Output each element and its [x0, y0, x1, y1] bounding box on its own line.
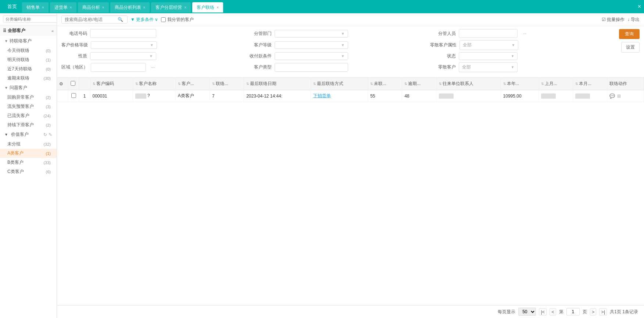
row-last-date: 2023-04-12 14:44: — [244, 90, 311, 102]
close-sales-tab[interactable]: × — [42, 6, 44, 10]
export-button[interactable]: ↓ 导出 — [627, 17, 640, 23]
col-header-this-month[interactable]: ⇅本月... — [573, 78, 607, 90]
col-header-last-month[interactable]: ⇅上月... — [539, 78, 573, 90]
sidebar-item-tomorrow[interactable]: 明天待联络 (1) — [0, 55, 57, 64]
filter-search-icon[interactable]: 🔍 — [118, 17, 123, 22]
close-customer-tier-tab[interactable]: × — [184, 6, 186, 10]
sidebar-item-overdue[interactable]: 逾期未联络 (30) — [0, 74, 57, 83]
col-header-this-year[interactable]: ⇅本年... — [501, 78, 539, 90]
col-header-contact-count[interactable]: ⇅联络... — [210, 78, 244, 90]
query-area: 查询 设置 — [615, 29, 640, 53]
settings-button[interactable]: 设置 — [621, 42, 640, 53]
close-purchase-tab[interactable]: × — [70, 6, 72, 10]
region-dots[interactable]: ··· — [149, 63, 157, 71]
pending-contact-group[interactable]: ▼ 待联络客户 — [0, 36, 57, 46]
retail-select[interactable]: 全部 ▼ — [459, 62, 518, 72]
row-last-method: 下销货单 — [311, 90, 368, 102]
chat-icon[interactable]: 💬 — [609, 93, 615, 99]
sidebar-item-c-class[interactable]: C类客户 (6) — [0, 167, 57, 176]
row-last-month — [539, 90, 573, 102]
page-input[interactable] — [566, 308, 580, 315]
qr-icon[interactable]: ⊞ — [617, 93, 621, 99]
nav-tab-analysis[interactable]: 商品分析 × — [78, 2, 109, 13]
nav-tab-purchase[interactable]: 进货单 × — [50, 2, 76, 13]
col-header-uncontacted[interactable]: ⇅未联... — [368, 78, 402, 90]
person-input[interactable] — [459, 29, 518, 38]
close-analysis-tab[interactable]: × — [102, 6, 104, 10]
col-header-overdue[interactable]: ⇅逾期... — [402, 78, 436, 90]
prev-page-button[interactable]: < — [550, 308, 556, 315]
window-close-button[interactable]: × — [638, 3, 641, 10]
nature-select[interactable]: ▼ — [90, 52, 156, 60]
sort-icon: ⇅ — [93, 82, 96, 86]
customer-level-select[interactable]: ▼ — [275, 41, 348, 49]
retail-attr-select[interactable]: 全部 ▼ — [459, 40, 518, 50]
region-input[interactable] — [91, 63, 146, 72]
filter-search-input[interactable] — [65, 17, 116, 22]
row-gear — [57, 90, 68, 102]
sidebar-item-repurchase[interactable]: 回购异常客户 (2) — [0, 93, 57, 102]
col-header-level[interactable]: ⇅客户... — [175, 78, 210, 90]
dept-select[interactable]: ▼ — [275, 30, 348, 38]
nav-tab-customer-contact[interactable]: 客户联络 × — [192, 2, 223, 13]
select-all-checkbox[interactable] — [71, 81, 75, 86]
sidebar-item-churn-warning[interactable]: 流失预警客户 (3) — [0, 102, 57, 111]
sidebar-item-a-class[interactable]: A类客户 (1) — [0, 149, 57, 158]
col-header-last-date[interactable]: ⇅最后联络日期 — [244, 78, 311, 90]
value-customers-group[interactable]: ▼ 价值客户 ↻ ✎ — [0, 130, 57, 139]
payment-select[interactable]: ▼ — [275, 52, 348, 60]
per-page-select[interactable]: 50 — [518, 308, 536, 316]
sidebar-search-input[interactable] — [3, 15, 57, 23]
my-customers-checkbox[interactable]: 我分管的客户 — [161, 17, 194, 23]
nav-tab-customer-tier[interactable]: 客户分层经营 × — [151, 2, 191, 13]
row-code: 000031 — [90, 90, 133, 102]
my-customers-check[interactable] — [161, 17, 166, 22]
sidebar-item-churned[interactable]: 已流失客户 (24) — [0, 111, 57, 120]
col-header-last-method[interactable]: ⇅最后联络方式 — [311, 78, 368, 90]
sort-icon-ty: ⇅ — [503, 82, 506, 86]
col-header-contact-person[interactable]: ⇅往来单位联系人 — [436, 78, 501, 90]
nav-tab-sales[interactable]: 销售单 × — [22, 2, 49, 13]
sidebar-collapse-button[interactable]: « — [51, 29, 54, 33]
batch-operation-button[interactable]: ☑ 批量操作 — [602, 17, 625, 23]
sidebar-item-today[interactable]: 今天待联络 (0) — [0, 46, 57, 55]
row-select-checkbox[interactable] — [71, 93, 76, 98]
col-header-action: 联络动作 — [607, 78, 644, 90]
sidebar-item-unclassified[interactable]: 未分组 (32) — [0, 139, 57, 149]
sidebar-item-7days[interactable]: 近7天待联络 (0) — [0, 64, 57, 74]
more-filters-button[interactable]: ▼ 更多条件 ∨ — [130, 17, 158, 23]
row-this-year: 10995.00 — [501, 90, 539, 102]
retail-attr-chevron: ▼ — [511, 43, 515, 47]
nav-tab-analysis-list[interactable]: 商品分析列表 × — [110, 2, 150, 13]
filter-bar-right: ☑ 批量操作 ↓ 导出 — [602, 17, 640, 23]
all-customers-header[interactable]: ⠿ 全部客户 « — [0, 25, 57, 36]
edit-icon[interactable]: ✎ — [49, 132, 52, 137]
person-dots[interactable]: ··· — [520, 29, 529, 38]
sort-icon-uc: ⇅ — [370, 82, 373, 86]
status-select[interactable]: ▼ — [459, 52, 518, 60]
first-page-button[interactable]: |< — [539, 308, 547, 315]
phone-input[interactable] — [90, 29, 156, 38]
last-method-link[interactable]: 下销货单 — [313, 93, 331, 98]
close-analysis-list-tab[interactable]: × — [143, 6, 146, 10]
close-customer-contact-tab[interactable]: × — [217, 6, 219, 10]
col-header-gear[interactable]: ⚙ — [57, 78, 68, 90]
query-button[interactable]: 查询 — [619, 29, 640, 39]
refresh-icon[interactable]: ↻ — [43, 132, 47, 137]
filter-cell-person: 分管人员 ··· — [430, 29, 615, 38]
customer-type-input[interactable] — [275, 63, 348, 72]
table-header-row: ⚙ ⇅客户编码 ⇅客户名称 ⇅客户... ⇅联络... ⇅最后联络日期 ⇅最后联… — [57, 78, 644, 90]
row-checkbox[interactable] — [68, 90, 79, 102]
sidebar-item-declining[interactable]: 持续下滑客户 (2) — [0, 120, 57, 130]
col-header-code[interactable]: ⇅客户编码 — [90, 78, 133, 90]
last-page-button[interactable]: >| — [599, 308, 607, 315]
price-level-select[interactable]: ▼ — [91, 41, 157, 49]
nav-home[interactable]: 首页 — [3, 0, 21, 13]
next-page-button[interactable]: > — [590, 308, 597, 315]
grid-icon: ⠿ — [3, 28, 6, 33]
sidebar-item-b-class[interactable]: B类客户 (33) — [0, 158, 57, 167]
col-header-name[interactable]: ⇅客户名称 — [133, 78, 175, 90]
filter-cell-phone: 电话号码 — [61, 29, 246, 38]
col-header-checkbox[interactable] — [68, 78, 79, 90]
problem-customers-group[interactable]: ▼ 问题客户 — [0, 83, 57, 93]
